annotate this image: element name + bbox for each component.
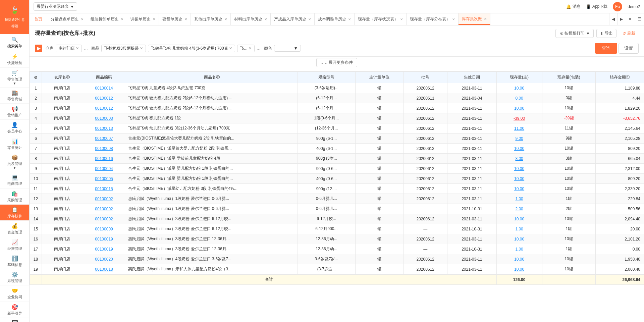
color-dropdown[interactable]: ▼: [274, 45, 301, 52]
sidebar-item-basic-info[interactable]: ℹ️ 基础信息: [0, 253, 29, 269]
summary-row: 合计 126.00 26,968.64: [30, 274, 644, 285]
warehouse-tag-close[interactable]: ✕: [76, 46, 79, 51]
account-dropdown[interactable]: 母婴行业演示账套 ▼: [34, 2, 77, 11]
td-batch: —: [404, 204, 447, 214]
td-amount: 2,145.64: [596, 123, 644, 133]
td-qty-pkg: 0罐: [542, 93, 596, 103]
tab-cost-adjust[interactable]: 成本调整单历史 ✕: [315, 13, 355, 25]
sidebar-item-operations[interactable]: 📈 经营管理: [0, 237, 29, 253]
tab-batch-account[interactable]: 库存批次账 ✕: [459, 13, 490, 25]
tab-menu-btn[interactable]: ☰: [635, 14, 644, 24]
tab-next-btn[interactable]: ▶: [617, 13, 625, 25]
tab-other-out[interactable]: 其他出库单历史 ✕: [191, 13, 231, 25]
td-qty-main: 3.00: [496, 154, 542, 164]
product-tag-1[interactable]: 飞鹤奶粉3段两提装 ✕: [101, 45, 146, 52]
sidebar-item-finance[interactable]: 💰 资金管理: [0, 221, 29, 237]
tab-close-all-btn[interactable]: ✕: [625, 14, 635, 24]
tab-product-in[interactable]: 产成品入库单历史 ✕: [271, 13, 315, 25]
messages-btn[interactable]: 🔔 消息: [566, 4, 581, 9]
product-tag-2-close[interactable]: ✕: [229, 46, 232, 51]
tab-transfer[interactable]: 调拨单历史 ✕: [127, 13, 159, 25]
td-warehouse: 南岸门店: [42, 133, 82, 144]
close-icon-8[interactable]: ✕: [348, 17, 351, 21]
query-btn[interactable]: 查询: [595, 43, 617, 54]
close-icon-5[interactable]: ✕: [224, 17, 227, 21]
td-qty-pkg: 2罐: [542, 204, 596, 214]
close-icon-11[interactable]: ✕: [484, 17, 487, 21]
td-spec: 900g (3岁...: [298, 154, 355, 164]
sidebar-item-wholesale[interactable]: 📦 批发管理 ▼: [0, 152, 29, 172]
td-unit: 罐: [355, 264, 404, 275]
tab-inventory-dist[interactable]: 现存量（库存分布表） ✕: [407, 13, 459, 25]
close-icon-4[interactable]: ✕: [184, 17, 187, 21]
sidebar-item-marketing[interactable]: 📢 营销推广: [0, 104, 29, 120]
close-icon-7[interactable]: ✕: [308, 17, 311, 21]
tab-home[interactable]: 首页: [30, 13, 47, 25]
td-qty-pkg: 3罐: [542, 154, 596, 164]
tab-inventory-count[interactable]: 分量盘点单历史 ✕: [47, 13, 87, 25]
sidebar-item-system[interactable]: ⚙️ 系统管理: [0, 269, 29, 285]
account-label: 母婴行业演示账套: [37, 4, 69, 9]
sidebar-item-inventory[interactable]: 📋 库存核算: [0, 205, 29, 221]
td-expire: 2021-03-11: [447, 234, 497, 244]
sidebar-item-enterprise[interactable]: 🤝 企业协同: [0, 285, 29, 302]
sidebar-item-retail-stats[interactable]: 📊 零售统计: [0, 136, 29, 152]
sidebar-item-guide[interactable]: 🎯 新手引导: [0, 302, 29, 318]
filter-expand-btn[interactable]: ▶: [35, 45, 42, 52]
close-icon-3[interactable]: ✕: [153, 17, 155, 21]
td-code: 00100002: [82, 194, 126, 204]
product-tag-3[interactable]: 飞... ✕: [237, 45, 255, 52]
td-unit: 罐: [355, 214, 404, 224]
app-download-btn[interactable]: 📱 App下载: [586, 4, 607, 9]
product-more-dots[interactable]: …: [257, 46, 261, 51]
close-icon-2[interactable]: ✕: [121, 17, 123, 21]
td-sum-label: 合计: [42, 274, 497, 285]
td-warehouse: 南岸门店: [42, 214, 82, 224]
sidebar-item-members[interactable]: 👤 会员中心: [0, 120, 29, 136]
settings-icon: ⚙: [34, 75, 38, 80]
product-tag-2[interactable]: 飞鹤星飞帆 儿童奶粉 4段(3-6岁适用) 700克 ✕: [148, 45, 235, 52]
tab-inventory-status[interactable]: 现存量（库存状况表） ✕: [355, 13, 407, 25]
product-tag-1-close[interactable]: ✕: [140, 46, 143, 51]
tab-assembly[interactable]: 组装拆卸单历史 ✕: [87, 13, 127, 25]
sidebar-item-purchase[interactable]: 🛍️ 采购管理: [0, 189, 29, 205]
template-print-btn[interactable]: 🖨 按模板打印 ▼: [555, 29, 594, 38]
close-icon-10[interactable]: ✕: [452, 17, 455, 21]
warehouse-tag[interactable]: 南岸门店 ✕: [56, 45, 82, 52]
table-row: 8 南岸门店 00100016 合生元（BIOSTIME）派星 学龄前儿童配方奶…: [30, 154, 644, 164]
td-code: 00100014: [82, 83, 126, 93]
sidebar-item-retail-shop[interactable]: 🏬 零售商城: [0, 88, 29, 104]
td-unit: 罐: [355, 83, 404, 93]
td-name: 合生元（BIOSTIME）派星较大婴儿配方奶粉 2段 乳铁蛋...: [126, 144, 298, 154]
td-qty-pkg: 10罐: [542, 234, 596, 244]
td-row-no: 7: [30, 144, 42, 154]
sidebar-item-ecommerce[interactable]: 💻 电商管理: [0, 172, 29, 188]
td-expire: 2021-10-31: [447, 224, 497, 234]
avatar[interactable]: Ea: [613, 2, 622, 11]
expand-more-btn[interactable]: ⌄⌄ 展开更多条件: [316, 58, 357, 67]
refresh-btn[interactable]: ↺ 刷新: [619, 29, 639, 38]
warehouse-more-dots[interactable]: …: [84, 46, 88, 51]
table-row: 19 南岸门店 00100018 惠氏启賦（Wyeth illuma）亲和人体儿…: [30, 264, 644, 275]
sidebar-item-retail-mgmt[interactable]: 🛒 零售管理 ▼: [0, 68, 29, 88]
sidebar-item-quicknav[interactable]: ⚡ 快捷导航: [0, 51, 29, 67]
th-amount: 结存金额①: [596, 72, 644, 83]
table-row: 7 南岸门店 00100008 合生元（BIOSTIME）派星较大婴儿配方奶粉 …: [30, 144, 644, 154]
td-row-no: 9: [30, 164, 42, 174]
td-warehouse: 南岸门店: [42, 103, 82, 113]
td-expire: 2021-10-31: [447, 204, 497, 214]
sidebar-item-search[interactable]: 🔍 搜索英单: [0, 34, 29, 51]
td-name: 惠氏启賦（Wyeth illuma）2段奶粉 爱尔兰进口 6-12月较...: [126, 214, 298, 224]
sidebar-item-app-center[interactable]: 🔲 应用中心: [0, 318, 29, 322]
tab-material-out[interactable]: 材料出库单历史 ✕: [231, 13, 271, 25]
close-icon-9[interactable]: ✕: [400, 17, 403, 21]
settings-btn[interactable]: 设置: [619, 43, 639, 54]
tab-prev-btn[interactable]: ◀: [609, 13, 617, 25]
td-qty-main: 1.00: [496, 244, 542, 254]
close-icon[interactable]: ✕: [81, 17, 84, 21]
product-tag-3-close[interactable]: ✕: [249, 46, 252, 51]
close-icon-6[interactable]: ✕: [264, 17, 267, 21]
td-expire: 2021-03-11: [447, 194, 497, 204]
export-btn[interactable]: ⬇ 导出: [596, 29, 616, 38]
tab-order[interactable]: 要货单历史 ✕: [159, 13, 191, 25]
